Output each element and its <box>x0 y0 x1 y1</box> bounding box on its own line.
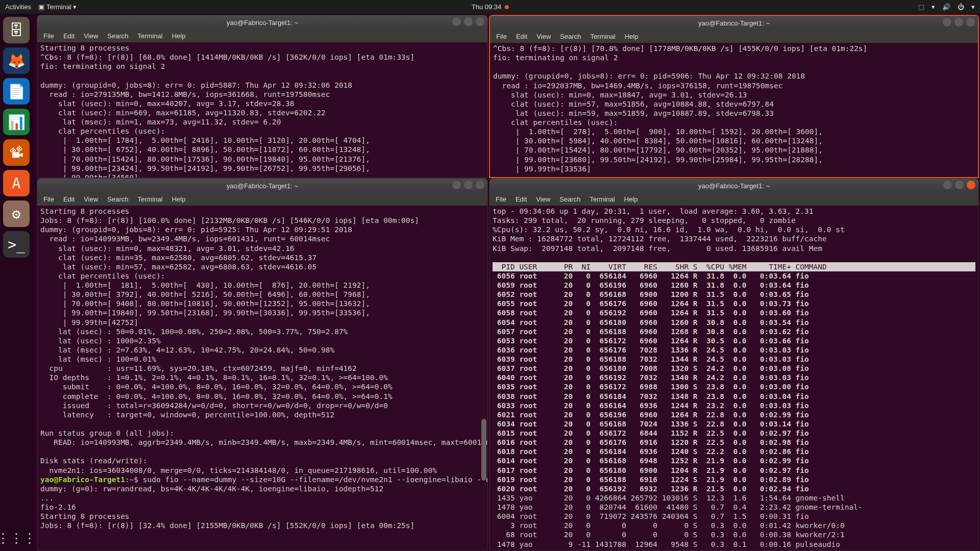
maximize-icon[interactable] <box>464 17 473 26</box>
menu-view[interactable]: View <box>84 195 98 203</box>
gnome-topbar: Activities ▣ Terminal ▾ Thu 09:34 ⬚ ▾ 🔊 … <box>0 0 980 14</box>
network-icon[interactable]: ⬚ <box>918 3 924 11</box>
titlebar[interactable]: yao@Fabrico-Target1: ~ <box>37 179 487 193</box>
menu-help[interactable]: Help <box>172 195 186 203</box>
terminal-body[interactable]: top - 09:34:06 up 1 day, 20:31, 1 user, … <box>489 206 978 550</box>
terminal-window-tl: yao@Fabrico-Target1: ~ FileEditViewSearc… <box>37 15 488 178</box>
maximize-icon[interactable] <box>954 18 963 27</box>
close-icon[interactable] <box>966 18 975 27</box>
terminal-body[interactable]: ^Cbs: 8 (f=8): [r(8)] [70.8% done] [1778… <box>490 43 978 177</box>
menu-search[interactable]: Search <box>107 195 128 203</box>
menu-view[interactable]: View <box>536 195 550 203</box>
terminal-app-icon[interactable]: >_ <box>3 231 30 258</box>
menu-file[interactable]: File <box>496 33 507 40</box>
menu-help[interactable]: Help <box>172 32 186 40</box>
impress-app-icon[interactable]: 📽 <box>3 139 30 166</box>
terminal-body[interactable]: Starting 8 processes ^Cbs: 8 (f=8): [r(8… <box>37 42 487 178</box>
menu-edit[interactable]: Edit <box>516 33 527 40</box>
clock[interactable]: Thu 09:34 <box>472 3 502 11</box>
writer-app-icon[interactable]: 📄 <box>3 78 30 105</box>
menu-file[interactable]: File <box>496 195 506 203</box>
menu-terminal[interactable]: Terminal <box>138 32 163 40</box>
close-icon[interactable] <box>476 181 484 189</box>
menu-terminal[interactable]: Terminal <box>591 33 616 40</box>
terminal-window-tr: yao@Fabrico-Target1: ~ FileEditViewSearc… <box>489 15 979 178</box>
window-title: yao@Fabrico-Target1: ~ <box>698 182 770 190</box>
calc-app-icon[interactable]: 📊 <box>3 109 30 135</box>
titlebar[interactable]: yao@Fabrico-Target1: ~ <box>489 179 978 193</box>
terminal-window-bl: yao@Fabrico-Target1: ~ FileEditViewSearc… <box>37 178 488 550</box>
network2-icon[interactable]: ▾ <box>932 3 935 11</box>
menubar: FileEditViewSearchTerminalHelp <box>489 193 978 206</box>
volume-icon[interactable]: 🔊 <box>942 3 950 11</box>
menu-file[interactable]: File <box>43 195 54 203</box>
close-icon[interactable] <box>967 181 975 189</box>
terminal-body[interactable]: Starting 8 processes Jobs: 8 (f=8): [r(8… <box>37 206 487 550</box>
maximize-icon[interactable] <box>464 181 473 189</box>
menu-terminal[interactable]: Terminal <box>590 195 615 203</box>
menu-search[interactable]: Search <box>107 32 128 40</box>
menubar: FileEditViewSearchTerminalHelp <box>37 193 487 206</box>
minimize-icon[interactable] <box>452 181 461 189</box>
window-title: yao@Fabrico-Target1: ~ <box>227 19 298 27</box>
notification-dot-icon <box>504 5 508 9</box>
menu-edit[interactable]: Edit <box>516 195 527 203</box>
caret-down-icon[interactable]: ▾ <box>971 3 975 11</box>
app-menu[interactable]: ▣ Terminal ▾ <box>38 3 77 11</box>
window-title: yao@Fabrico-Target1: ~ <box>227 182 298 190</box>
power-icon[interactable]: ⏻ <box>958 3 964 11</box>
terminal-window-br: yao@Fabrico-Target1: ~ FileEditViewSearc… <box>489 178 979 550</box>
minimize-icon[interactable] <box>943 181 952 189</box>
menu-terminal[interactable]: Terminal <box>138 195 163 203</box>
menu-edit[interactable]: Edit <box>63 32 75 40</box>
show-apps-icon[interactable]: ⋮⋮⋮ <box>0 531 36 546</box>
menu-view[interactable]: View <box>536 33 551 40</box>
files-app-icon[interactable]: 🗄 <box>3 17 30 43</box>
scrollbar[interactable] <box>481 206 486 549</box>
menu-edit[interactable]: Edit <box>63 195 75 203</box>
close-icon[interactable] <box>476 17 484 26</box>
menu-help[interactable]: Help <box>625 33 639 40</box>
menubar: FileEditViewSearchTerminalHelp <box>490 30 978 43</box>
menu-search[interactable]: Search <box>559 195 580 203</box>
menu-help[interactable]: Help <box>624 195 638 203</box>
maximize-icon[interactable] <box>955 181 964 189</box>
menu-search[interactable]: Search <box>560 33 581 40</box>
software-app-icon[interactable]: A <box>3 170 30 196</box>
menu-view[interactable]: View <box>84 32 98 40</box>
settings-app-icon[interactable]: ⚙ <box>3 201 30 227</box>
titlebar[interactable]: yao@Fabrico-Target1: ~ <box>490 16 978 30</box>
menubar: FileEditViewSearchTerminalHelp <box>37 30 487 42</box>
titlebar[interactable]: yao@Fabrico-Target1: ~ <box>37 15 487 30</box>
menu-file[interactable]: File <box>43 32 54 40</box>
minimize-icon[interactable] <box>943 18 951 27</box>
activities-button[interactable]: Activities <box>5 3 31 11</box>
window-title: yao@Fabrico-Target1: ~ <box>698 19 770 27</box>
firefox-app-icon[interactable]: 🦊 <box>3 47 30 74</box>
dock: 🗄 🦊 📄 📊 📽 A ⚙ >_ ⋮⋮⋮ <box>0 14 33 551</box>
minimize-icon[interactable] <box>452 17 461 26</box>
